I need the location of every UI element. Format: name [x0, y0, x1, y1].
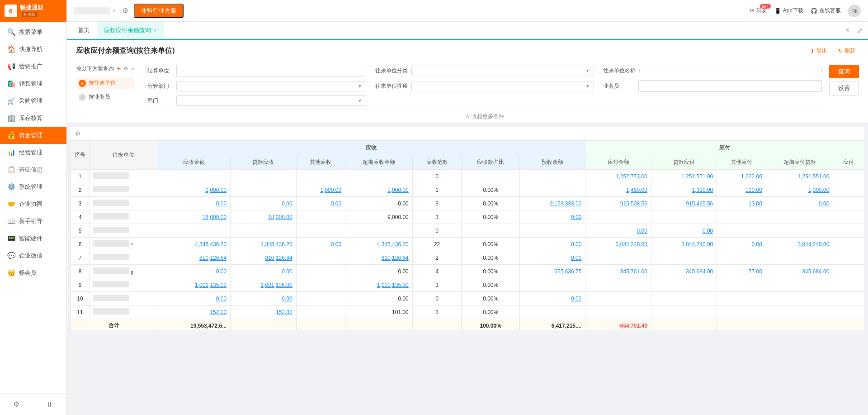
collapse-more[interactable]: ∧ 收起更多条件: [147, 110, 822, 123]
window-close-btn[interactable]: ×: [844, 24, 851, 36]
total-ar-loan: [231, 319, 296, 331]
table-row: 6 ^ 4,345,436.20 4,345,436.20 0.00 4,345…: [71, 238, 864, 251]
cell-ap-amount-11: [585, 305, 651, 319]
tab-ar-ap[interactable]: 应收应付余额查询 ×: [97, 22, 164, 40]
salesperson-label: 业务员: [603, 82, 635, 90]
cell-ar-overdue-5: [345, 224, 413, 238]
table-row: 2 1,000.00 1,000.00 1,000.00 1 0.00% 1,4…: [71, 183, 864, 197]
online-service-btn[interactable]: 🎧 在线客服: [811, 7, 841, 14]
scheme-collapse-btn[interactable]: «: [131, 66, 134, 72]
query-button[interactable]: 查询: [829, 65, 859, 78]
cell-ar-amount-4: 18,000.00: [157, 210, 231, 224]
cell-ar-other-9: [296, 278, 345, 292]
dept-manager-input[interactable]: ▼: [176, 81, 366, 91]
partner-category-label: 往来单位分类: [375, 67, 408, 75]
partner-nature-input[interactable]: ▼: [411, 81, 594, 91]
sidebar-item-guide[interactable]: 📖 新手引导: [0, 213, 66, 230]
sidebar-item-cooperation[interactable]: 🤝 企业协同: [0, 196, 66, 213]
cell-partner-5: [90, 224, 157, 238]
sidebar-collapse-btn[interactable]: ⏸: [43, 398, 56, 411]
app-name: 畅捷通财: [20, 4, 43, 11]
refresh-button[interactable]: ↻ 刷新: [835, 45, 859, 57]
header-gear-btn[interactable]: ⚙: [122, 6, 128, 15]
table-settings-btn[interactable]: ⚙: [75, 130, 81, 137]
partner-name-input[interactable]: [639, 68, 822, 73]
search-fields-area: 结算单位 ··· 往来单位分类 ▼ 往来单位名称: [147, 65, 822, 123]
cell-seq-2: 2: [71, 183, 90, 197]
table-scroll-area[interactable]: 序号 往来单位 应收 应付 应收金额 贷款应收 其他应收 超期应收金额 应收笔数…: [71, 140, 864, 330]
table-row: 7 810,126.64 810,126.64 810,126.64 2 0.0…: [71, 251, 864, 265]
filter-by-partner[interactable]: ⊛ 按往来单位: [76, 77, 134, 89]
add-scheme-btn[interactable]: +: [117, 65, 121, 73]
cell-partner-2: [90, 183, 157, 197]
window-maximize-btn[interactable]: ⤢: [855, 24, 864, 37]
sidebar-item-wechat[interactable]: 💬 企业微信: [0, 247, 66, 264]
filter-by-salesperson[interactable]: ○ 按业务员: [76, 91, 134, 103]
cell-seq-9: 9: [71, 278, 90, 292]
app-download-btn[interactable]: 📱 App下载: [774, 7, 803, 14]
cell-ap-loan-7: [651, 251, 717, 265]
cell-seq-5: 5: [71, 224, 90, 238]
cell-ap-4: [833, 210, 864, 224]
promo-button[interactable]: 体验行业方案: [134, 4, 184, 18]
table-section: ⚙ 序号 往来单位 应收 应付 应收金额 贷款应收 其他应: [71, 127, 864, 330]
search-fields-grid: 结算单位 ··· 往来单位分类 ▼ 往来单位名称: [147, 65, 822, 106]
sidebar-item-quick-nav[interactable]: 🏠 快捷导航: [0, 41, 66, 58]
table-row: 3 0.00 0.00 0.00 0.00 9 0.00% 2,153,333.…: [71, 197, 864, 210]
cell-ap-other-10: [717, 292, 766, 305]
total-label: 合计: [71, 319, 157, 331]
tab-close-btn[interactable]: ×: [154, 28, 156, 33]
app-logo: 6 畅捷通财 标准版: [0, 0, 66, 22]
cell-ap-amount-9: [585, 278, 651, 292]
cell-ar-amount-10: 0.00: [157, 292, 231, 305]
sidebar-item-basic[interactable]: 📋 基础信息: [0, 161, 66, 178]
sidebar-item-hardware[interactable]: 📟 智能硬件: [0, 230, 66, 247]
salesperson-input[interactable]: ···: [638, 80, 822, 92]
settlement-unit-input[interactable]: ···: [176, 65, 366, 76]
cell-ap-overdue-loan-9: [766, 278, 833, 292]
sidebar-item-sales[interactable]: 🛍️ 销售管理: [0, 75, 66, 92]
scheme-settings-btn[interactable]: ⚙: [123, 66, 128, 72]
total-ap-other: [717, 319, 766, 331]
cell-partner-10: [90, 292, 157, 305]
cell-ar-loan-11: 152.00: [231, 305, 296, 319]
field-salesperson: 业务员 ···: [603, 80, 822, 92]
sidebar-item-finance[interactable]: 💰 资金管理: [0, 127, 66, 144]
export-button[interactable]: ⬆ 导出: [807, 45, 831, 57]
cell-ar-amount-11: 152.00: [157, 305, 231, 319]
cell-ar-count-9: 3: [412, 278, 462, 292]
cell-ap-overdue-loan-2: 1,390.00: [766, 183, 833, 197]
tab-home[interactable]: 首页: [71, 22, 97, 40]
cell-ap-loan-5: 0.00: [651, 224, 717, 238]
query-buttons: 查询 设置: [829, 65, 859, 95]
cell-ar-other-3: 0.00: [296, 197, 345, 210]
cell-ar-other-5: [296, 224, 345, 238]
cell-ar-other-1: [296, 170, 345, 183]
department-input[interactable]: ▼: [176, 95, 366, 106]
message-btn[interactable]: ✉ 消息 99: [750, 7, 767, 14]
cell-ar-amount-1: [157, 170, 231, 183]
app-version: 标准版: [22, 12, 38, 17]
field-partner-category: 往来单位分类 ▼: [375, 65, 594, 76]
cell-ar-overdue-11: 101.00: [345, 305, 413, 319]
filter-partner-icon: ⊛: [79, 80, 86, 87]
cell-ar-overdue-1: [345, 170, 413, 183]
sidebar-item-inventory[interactable]: 🏢 库存核算: [0, 110, 66, 127]
cell-ar-loan-8: 0.00: [231, 265, 296, 278]
cell-ar-count-5: 0: [412, 224, 462, 238]
sidebar-item-member[interactable]: 👑 畅会员: [0, 264, 66, 281]
sidebar-item-marketing[interactable]: 📢 营销推广: [0, 58, 66, 75]
settings-button[interactable]: 设置: [829, 81, 859, 95]
cell-ar-loan-5: [231, 224, 296, 238]
sidebar-settings-btn[interactable]: ⚙: [10, 397, 22, 411]
cell-ar-ratio-6: 0.00%: [462, 238, 520, 251]
partner-category-input[interactable]: ▼: [411, 66, 594, 76]
sidebar-item-purchase[interactable]: 🛒 采购管理: [0, 92, 66, 110]
message-icon: ✉: [750, 8, 755, 14]
sidebar-item-ops[interactable]: 📊 经营管理: [0, 144, 66, 161]
user-avatar[interactable]: Rit: [848, 5, 861, 17]
sidebar-item-search-menu[interactable]: 🔍 搜索菜单: [0, 24, 66, 41]
sidebar-item-system[interactable]: ⚙️ 系统管理: [0, 178, 66, 196]
sidebar: 6 畅捷通财 标准版 🔍 搜索菜单 🏠 快捷导航 📢 营销推广 🛍️ 销售管理 …: [0, 0, 67, 415]
cell-ar-overdue-9: 1,001,135.00: [345, 278, 413, 292]
